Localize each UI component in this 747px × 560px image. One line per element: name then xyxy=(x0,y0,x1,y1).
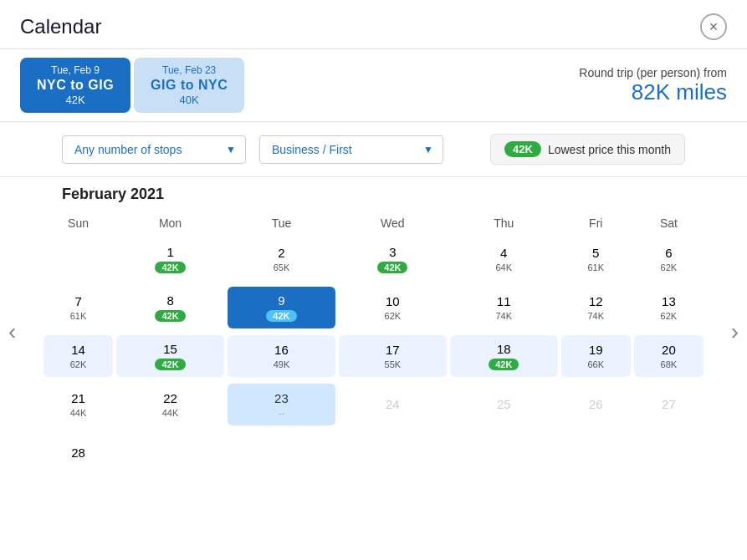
day-cell[interactable]: 24 xyxy=(339,384,447,425)
table-row: 2144K xyxy=(42,380,115,429)
trip-tab-outbound[interactable]: Tue, Feb 9 NYC to GIG 42K xyxy=(20,58,130,113)
day-number: 6 xyxy=(665,246,672,261)
price-text: 62K xyxy=(70,359,87,369)
price-text: 61K xyxy=(587,262,604,272)
prev-month-button[interactable]: ‹ xyxy=(8,318,16,345)
table-row: 1842K xyxy=(448,332,560,380)
table-row: 1966K xyxy=(560,332,632,380)
table-row: 1542K xyxy=(115,332,226,380)
filters-row: Any number of stopsNonstop only1 stop or… xyxy=(0,122,747,177)
table-row: 662K xyxy=(632,235,705,283)
day-cell[interactable]: 1274K xyxy=(561,287,631,328)
day-number: 13 xyxy=(662,294,676,309)
day-cell[interactable]: 662K xyxy=(634,238,704,280)
day-cell[interactable]: 1362K xyxy=(634,287,704,328)
day-number: 21 xyxy=(71,391,85,406)
cabin-filter[interactable]: Business / FirstEconomyPremium EconomyFi… xyxy=(259,135,443,164)
month-title: February 2021 xyxy=(42,186,705,203)
day-cell[interactable]: 561K xyxy=(561,238,631,280)
day-number: 10 xyxy=(386,294,400,309)
day-number: 22 xyxy=(163,391,177,406)
day-cell[interactable]: 28 xyxy=(43,432,113,474)
app-container: Calendar × Tue, Feb 9 NYC to GIG 42K Tue… xyxy=(0,0,747,486)
price-text: 62K xyxy=(661,311,678,321)
lowest-price-value: 42K xyxy=(504,141,541,157)
day-number: 3 xyxy=(389,245,396,260)
price-text: 74K xyxy=(495,311,512,321)
trip-summary: Round trip (per person) from 82K miles xyxy=(579,66,727,105)
day-cell[interactable]: 1542K xyxy=(116,335,224,377)
table-row xyxy=(560,429,632,477)
price-text: 65K xyxy=(274,262,290,272)
day-cell[interactable]: 1755K xyxy=(339,335,447,377)
table-row: 265K xyxy=(226,235,337,283)
day-cell[interactable]: 25 xyxy=(450,384,558,425)
weekday-header-mon: Mon xyxy=(115,211,226,235)
day-cell[interactable]: 265K xyxy=(228,238,335,280)
table-row: 26 xyxy=(560,380,632,429)
weekday-header-fri: Fri xyxy=(560,211,632,235)
day-number: 4 xyxy=(500,246,507,261)
price-text: 55K xyxy=(385,359,402,369)
day-cell[interactable]: 464K xyxy=(450,238,558,280)
day-number: 12 xyxy=(589,294,603,309)
day-cell[interactable]: 26 xyxy=(561,384,631,425)
day-cell[interactable]: 1842K xyxy=(450,335,558,377)
table-row xyxy=(632,429,705,477)
weekday-header-sun: Sun xyxy=(42,211,115,235)
day-number: 5 xyxy=(592,246,599,261)
day-cell[interactable]: 342K xyxy=(339,238,447,280)
day-cell[interactable]: 1649K xyxy=(228,335,335,377)
day-number: 9 xyxy=(278,293,284,308)
day-number: 28 xyxy=(71,445,85,461)
close-button[interactable]: × xyxy=(700,13,727,40)
table-row: 1174K xyxy=(448,283,560,332)
table-row: 25 xyxy=(448,380,560,429)
cabin-select[interactable]: Business / FirstEconomyPremium EconomyFi… xyxy=(259,135,443,164)
day-cell[interactable]: 1174K xyxy=(450,287,558,328)
stops-filter[interactable]: Any number of stopsNonstop only1 stop or… xyxy=(62,135,246,164)
price-text: 62K xyxy=(661,262,678,272)
price-text: 44K xyxy=(162,408,179,418)
price-badge: 42K xyxy=(155,262,185,273)
stops-select[interactable]: Any number of stopsNonstop only1 stop or… xyxy=(62,135,246,164)
table-row: 2244K xyxy=(115,380,226,429)
day-cell[interactable]: 1062K xyxy=(339,287,447,328)
day-number: 11 xyxy=(497,294,511,309)
next-month-button[interactable]: › xyxy=(731,318,739,345)
table-row xyxy=(448,429,560,477)
price-text: -- xyxy=(279,408,284,418)
table-row: 23-- xyxy=(226,380,337,429)
day-cell[interactable]: 842K xyxy=(116,287,224,328)
day-cell[interactable]: 2244K xyxy=(116,384,224,425)
table-row xyxy=(226,429,337,477)
table-row: 2068K xyxy=(632,332,705,380)
day-cell[interactable]: 1966K xyxy=(561,335,631,377)
day-cell[interactable]: 2068K xyxy=(634,335,704,377)
price-badge: 42K xyxy=(266,310,296,322)
day-cell[interactable]: 142K xyxy=(116,238,224,280)
day-cell[interactable]: 2144K xyxy=(43,384,113,425)
day-cell[interactable]: 1462K xyxy=(43,335,113,377)
day-cell[interactable]: 23-- xyxy=(228,384,335,425)
table-row xyxy=(42,235,115,283)
price-text: 62K xyxy=(385,311,402,321)
day-number: 24 xyxy=(386,397,400,412)
day-number: 20 xyxy=(662,343,676,358)
weekday-header-sat: Sat xyxy=(632,211,705,235)
price-badge: 42K xyxy=(489,359,519,370)
day-number: 18 xyxy=(497,342,511,357)
trip-tab-return[interactable]: Tue, Feb 23 GIG to NYC 40K xyxy=(134,58,244,113)
day-cell[interactable]: 761K xyxy=(43,287,113,328)
day-cell[interactable]: 942K xyxy=(228,287,335,328)
day-cell[interactable]: 27 xyxy=(634,384,704,425)
day-number: 7 xyxy=(74,294,81,309)
table-row: 464K xyxy=(448,235,560,283)
price-badge: 42K xyxy=(155,359,185,370)
calendar-container: ‹ February 2021 SunMonTueWedThuFriSat 14… xyxy=(0,177,747,486)
table-row: 942K xyxy=(226,283,337,332)
day-number: 16 xyxy=(274,343,289,358)
table-row: 28 xyxy=(42,429,115,477)
table-row: 142K xyxy=(115,235,226,283)
price-text: 74K xyxy=(587,311,604,321)
